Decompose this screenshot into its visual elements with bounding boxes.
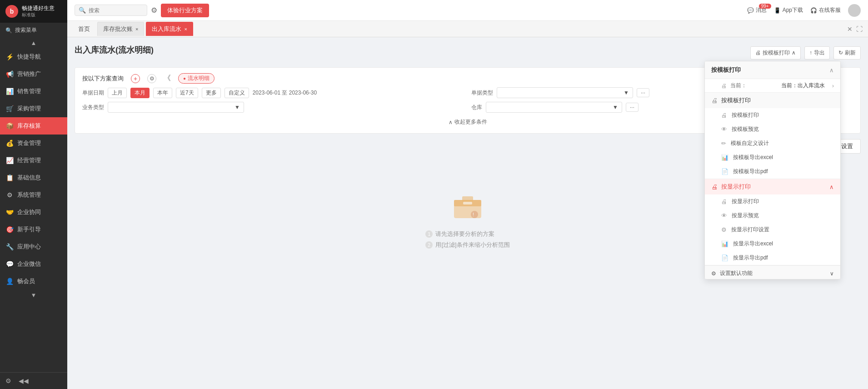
finance-icon: 💰 bbox=[5, 140, 14, 147]
close-all-icon[interactable]: ✕ bbox=[847, 25, 853, 33]
sidebar-item-wechat[interactable]: 💬 企业微信 bbox=[0, 255, 67, 273]
template-export-pdf-item[interactable]: 📄 按模板导出pdf bbox=[705, 165, 840, 179]
business-section: 业务类型 ▼ bbox=[82, 102, 464, 113]
display-print-icon: 🖨 bbox=[721, 198, 727, 205]
date-btn-more[interactable]: 更多 bbox=[202, 88, 221, 98]
display-preview-icon: 👁 bbox=[721, 212, 727, 219]
apps-icon: 🔧 bbox=[5, 243, 14, 250]
template-preview-item[interactable]: 👁 按模板预览 bbox=[705, 122, 840, 136]
filter-collapse-btn[interactable]: 《 bbox=[164, 74, 171, 83]
bill-type-dropdown[interactable]: ▼ bbox=[497, 87, 633, 98]
display-export-pdf-item[interactable]: 📄 按显示导出pdf bbox=[705, 251, 840, 265]
app-download-btn[interactable]: 📱 App下载 bbox=[774, 6, 803, 14]
printer-icon: 🖨 bbox=[755, 50, 761, 56]
scroll-down-arrow[interactable]: ▼ bbox=[0, 290, 67, 300]
sidebar-item-basic[interactable]: 📋 基础信息 bbox=[0, 169, 67, 186]
filter-setting-btn[interactable]: ⚙ bbox=[147, 74, 156, 83]
sidebar-item-finance[interactable]: 💰 资金管理 bbox=[0, 135, 67, 152]
collapse-sidebar-icon[interactable]: ◀◀ bbox=[19, 377, 29, 384]
trial-btn[interactable]: 体验行业方案 bbox=[161, 4, 209, 17]
topbar-search-box[interactable]: 🔍 bbox=[75, 5, 147, 16]
filter-tag-label: 流水明细 bbox=[188, 75, 210, 82]
wechat-icon: 💬 bbox=[5, 260, 14, 268]
template-print-section-label: 🖨 按模板打印 bbox=[711, 96, 751, 105]
print-dropdown-title: 按模板打印 bbox=[711, 66, 741, 74]
export-icon: ↑ bbox=[809, 50, 812, 56]
sidebar-item-quick-nav[interactable]: ⚡ 快捷导航 bbox=[0, 48, 67, 65]
print-dropdown-menu: 按模板打印 ∧ 🖨 当前： 当前：出入库流水 › bbox=[704, 61, 841, 279]
warehouse-more-btn[interactable]: ··· bbox=[626, 103, 639, 112]
tab-inout-flow[interactable]: 出入库流水 × bbox=[146, 22, 193, 36]
refresh-btn[interactable]: ↻ 刷新 bbox=[833, 46, 861, 60]
cooperation-icon: 🤝 bbox=[5, 209, 14, 216]
tab-inventory-batch-close[interactable]: × bbox=[135, 26, 138, 32]
topbar-search-input[interactable] bbox=[89, 7, 134, 14]
sidebar-item-apps[interactable]: 🔧 应用中心 bbox=[0, 238, 67, 255]
date-btn-last-month[interactable]: 上月 bbox=[108, 88, 127, 98]
user-avatar[interactable] bbox=[848, 4, 861, 17]
date-btn-7days[interactable]: 近7天 bbox=[176, 88, 198, 98]
topbar-gear-icon[interactable]: ⚙ bbox=[151, 6, 157, 15]
settings-icon[interactable]: ⚙ bbox=[5, 377, 11, 384]
warehouse-dropdown[interactable]: ▼ bbox=[486, 102, 622, 113]
template-print-header[interactable]: 🖨 按模板打印 bbox=[705, 93, 840, 108]
template-print-item-icon: 🖨 bbox=[721, 112, 727, 119]
operations-icon: 📈 bbox=[5, 157, 14, 164]
current-template-text: 当前： bbox=[730, 82, 778, 90]
display-print-item[interactable]: 🖨 按显示打印 bbox=[705, 194, 840, 209]
svg-rect-3 bbox=[463, 202, 472, 204]
sidebar-item-inventory[interactable]: 📦 库存核算 bbox=[0, 117, 67, 135]
business-dropdown-arrow-icon: ▼ bbox=[234, 104, 240, 110]
message-btn[interactable]: 💬 消息 99+ bbox=[747, 6, 767, 14]
app-name: 畅捷通好生意 标准版 bbox=[22, 5, 55, 18]
download-icon: 📱 bbox=[774, 7, 781, 14]
template-export-excel-item[interactable]: 📊 按模板导出excel bbox=[705, 150, 840, 165]
template-print-btn[interactable]: 🖨 按模板打印 ∧ bbox=[750, 46, 801, 60]
date-btn-this-month[interactable]: 本月 bbox=[130, 88, 150, 98]
page-title: 出入库流水(流水明细) bbox=[75, 45, 154, 55]
sidebar-item-marketing[interactable]: 📢 营销推广 bbox=[0, 65, 67, 83]
current-template-section: 🖨 当前： 当前：出入库流水 › bbox=[705, 79, 840, 93]
tab-inventory-batch[interactable]: 库存批次账 × bbox=[97, 22, 144, 36]
business-type-dropdown[interactable]: ▼ bbox=[108, 102, 244, 113]
tab-inout-flow-close[interactable]: × bbox=[184, 26, 187, 32]
expand-icon[interactable]: ⛶ bbox=[856, 25, 863, 33]
print-dropdown-close-arrow[interactable]: ∧ bbox=[829, 67, 834, 74]
topbar-left: 🔍 ⚙ 体验行业方案 bbox=[75, 4, 742, 17]
set-default-btn[interactable]: ⚙ 设置默认功能 ∨ bbox=[705, 265, 840, 279]
sidebar-search[interactable]: 🔍 搜索菜单 bbox=[0, 23, 67, 38]
sidebar-item-operations[interactable]: 📈 经营管理 bbox=[0, 152, 67, 169]
online-service-btn[interactable]: 🎧 在线客服 bbox=[810, 6, 841, 14]
template-print-item[interactable]: 🖨 按模板打印 bbox=[705, 108, 840, 122]
sidebar-item-purchase[interactable]: 🛒 采购管理 bbox=[0, 100, 67, 117]
display-preview-item[interactable]: 👁 按显示预览 bbox=[705, 209, 840, 223]
system-icon: ⚙ bbox=[5, 191, 14, 199]
scroll-up-arrow[interactable]: ▲ bbox=[0, 38, 67, 48]
set-default-icon: ⚙ bbox=[711, 270, 716, 277]
current-template-label[interactable]: 🖨 当前： 当前：出入库流水 › bbox=[705, 79, 840, 92]
sidebar-item-sales[interactable]: 📊 销售管理 bbox=[0, 83, 67, 100]
display-print-settings-item[interactable]: ⚙ 按显示打印设置 bbox=[705, 223, 840, 237]
date-btn-custom[interactable]: 自定义 bbox=[224, 88, 249, 98]
sidebar-item-guide[interactable]: 🎯 新手引导 bbox=[0, 221, 67, 238]
sidebar-item-cooperation[interactable]: 🤝 企业协同 bbox=[0, 204, 67, 221]
guide-icon: 🎯 bbox=[5, 226, 14, 233]
bill-type-more-btn[interactable]: ··· bbox=[637, 88, 649, 97]
display-print-header[interactable]: 🖨 按显示打印 ∧ bbox=[705, 179, 840, 194]
empty-state-icon: ! bbox=[449, 186, 486, 223]
current-template-name: 当前：出入库流水 bbox=[781, 82, 828, 90]
refresh-icon: ↻ bbox=[838, 50, 843, 56]
sidebar-item-member[interactable]: 👤 畅会员 bbox=[0, 273, 67, 290]
date-btn-this-year[interactable]: 本年 bbox=[153, 88, 172, 98]
print-dropdown-body: 🖨 当前： 当前：出入库流水 › 🖨 按模板打印 bbox=[705, 79, 840, 279]
dropdown-arrow-icon: ▼ bbox=[624, 90, 629, 96]
tab-home[interactable]: 首页 bbox=[73, 22, 95, 36]
filter-add-btn[interactable]: + bbox=[131, 74, 140, 83]
sales-icon: 📊 bbox=[5, 88, 14, 95]
display-export-excel-item[interactable]: 📊 按显示导出excel bbox=[705, 237, 840, 251]
sidebar-item-system[interactable]: ⚙ 系统管理 bbox=[0, 186, 67, 204]
filter-tag[interactable]: ● 流水明细 bbox=[178, 73, 215, 84]
template-custom-design-item[interactable]: ✏ 模板自定义设计 bbox=[705, 136, 840, 150]
export-btn[interactable]: ↑ 导出 bbox=[804, 46, 830, 60]
topbar-right: 💬 消息 99+ 📱 App下载 🎧 在线客服 bbox=[747, 4, 861, 17]
